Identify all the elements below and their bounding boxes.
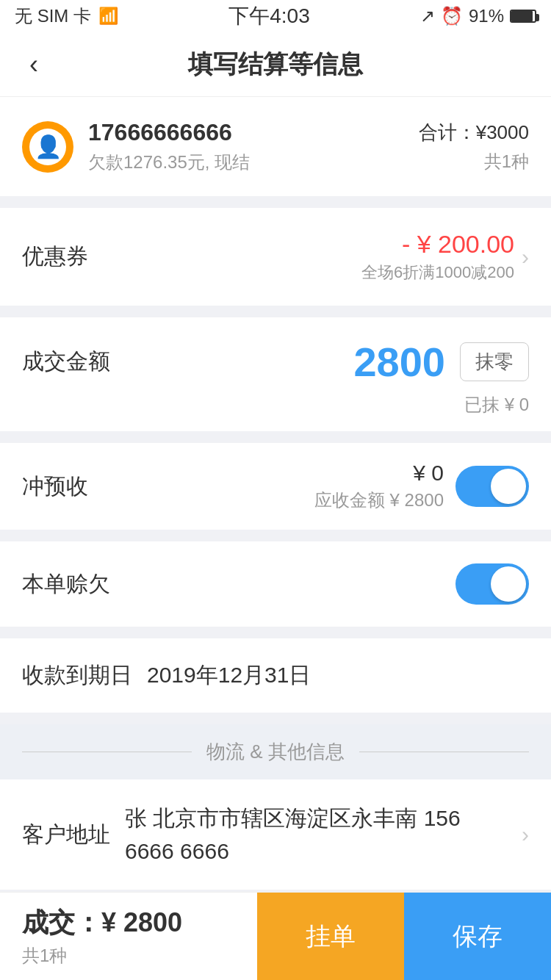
debit-section: 本单赊欠 [0,541,551,627]
coupon-section: 优惠券 - ¥ 200.00 全场6折满1000减200 › [0,208,551,306]
customer-debt: 欠款1276.35元, 现结 [88,151,250,174]
bottom-bar: 成交：¥ 2800 共1种 挂单 保存 [0,892,551,980]
coupon-desc: 全场6折满1000减200 [361,262,514,284]
battery-icon [510,10,536,23]
duedate-row: 收款到期日 2019年12月31日 [22,660,529,691]
amount-section: 成交金额 2800 抹零 已抹 ¥ 0 [0,317,551,431]
prepay-right: ¥ 0 应收金额 ¥ 2800 [314,461,529,512]
bottom-summary: 成交：¥ 2800 共1种 [0,905,257,968]
amount-right: 2800 抹零 [353,338,529,386]
coupon-values: - ¥ 200.00 全场6折满1000减200 [361,230,514,284]
total-count: 共1种 [419,150,529,173]
deal-label: 成交： [22,907,101,937]
prepay-toggle[interactable] [455,466,529,507]
address-label: 客户地址 [22,820,110,850]
total-amount: 合计：¥3000 [419,120,529,145]
duedate-value: 2019年12月31日 [147,660,311,691]
carrier-text: 无 SIM 卡 [15,4,91,28]
amount-value: 2800 [353,338,445,386]
round-button[interactable]: 抹零 [460,342,529,381]
customer-info: 17666666666 欠款1276.35元, 现结 [88,119,250,174]
prepay-sub: 应收金额 ¥ 2800 [314,489,444,512]
battery-percent: 91% [469,6,504,26]
customer-left: 👤 17666666666 欠款1276.35元, 现结 [22,119,250,174]
prepay-row: 冲预收 ¥ 0 应收金额 ¥ 2800 [0,443,551,530]
duedate-section: 收款到期日 2019年12月31日 [0,638,551,713]
amount-sub: 已抹 ¥ 0 [0,393,551,431]
location-icon: ↗ [420,6,435,26]
bottom-count: 共1种 [22,944,235,968]
customer-phone: 17666666666 [88,119,250,146]
customer-right: 合计：¥3000 共1种 [419,120,529,173]
status-time: 下午4:03 [228,2,310,30]
alarm-icon: ⏰ [441,6,463,26]
amount-row: 成交金额 2800 抹零 [0,317,551,393]
customer-card: 👤 17666666666 欠款1276.35元, 现结 合计：¥3000 共1… [0,97,551,196]
status-left: 无 SIM 卡 📶 [15,4,118,28]
prepay-value: ¥ 0 [314,461,444,486]
wifi-icon: 📶 [98,7,118,26]
address-value: 张 北京市市辖区海淀区永丰南 156 6666 6666 [125,801,507,868]
deal-amount-value: ¥ 2800 [101,907,182,937]
back-button[interactable]: ‹ [22,42,46,87]
coupon-row[interactable]: 优惠券 - ¥ 200.00 全场6折满1000减200 › [0,208,551,306]
divider-section: 物流 & 其他信息 [0,724,551,779]
nav-title: 填写结算等信息 [188,48,363,82]
avatar-icon: 👤 [29,129,66,165]
nav-bar: ‹ 填写结算等信息 [0,32,551,97]
amount-label: 成交金额 [22,347,110,377]
bottom-deal-amount: 成交：¥ 2800 [22,905,235,941]
divider-text: 物流 & 其他信息 [206,739,345,765]
chevron-right-icon: › [522,245,529,270]
divider-line-left [22,752,192,752]
prepay-values: ¥ 0 应收金额 ¥ 2800 [314,461,444,512]
coupon-label: 优惠券 [22,242,88,272]
duedate-label: 收款到期日 [22,660,132,691]
avatar: 👤 [22,121,73,173]
prepay-label: 冲预收 [22,472,88,502]
save-button[interactable]: 保存 [404,893,551,981]
prepay-top: 冲预收 ¥ 0 应收金额 ¥ 2800 [22,461,529,512]
address-chevron-icon: › [522,822,529,847]
status-right: ↗ ⏰ 91% [420,6,536,26]
debit-label: 本单赊欠 [22,569,110,599]
content: 👤 17666666666 欠款1276.35元, 现结 合计：¥3000 共1… [0,97,551,980]
status-bar: 无 SIM 卡 📶 下午4:03 ↗ ⏰ 91% [0,0,551,32]
coupon-amount: - ¥ 200.00 [361,230,514,259]
divider-line-right [359,752,529,752]
prepay-section: 冲预收 ¥ 0 应收金额 ¥ 2800 [0,443,551,530]
coupon-right: - ¥ 200.00 全场6折满1000减200 › [361,230,529,284]
debit-toggle[interactable] [455,563,529,605]
address-section[interactable]: 客户地址 张 北京市市辖区海淀区永丰南 156 6666 6666 › [0,779,551,890]
hold-button[interactable]: 挂单 [257,893,404,981]
